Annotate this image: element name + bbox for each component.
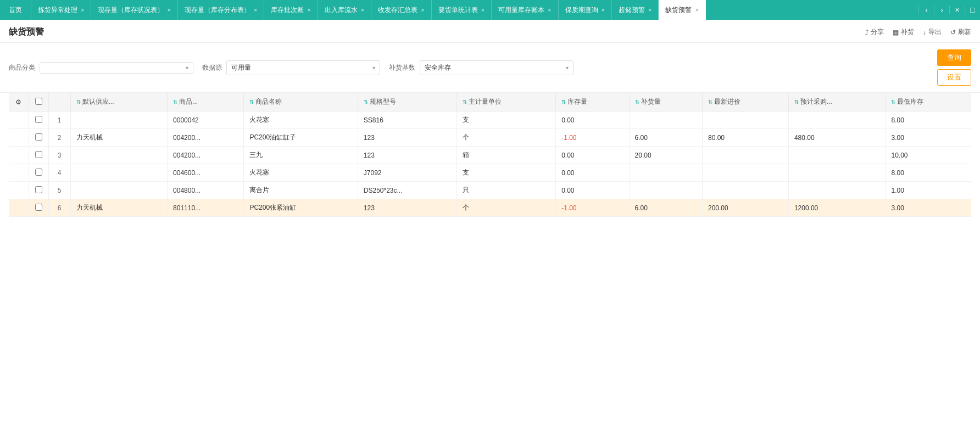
td-supplier: 力天机械 <box>70 129 168 147</box>
tab-label: 收发存汇总表 <box>378 5 417 15</box>
share-button[interactable]: ⤴ 分享 <box>865 27 884 37</box>
tab-inventory-dist[interactable]: 现存量（库存分布表）× <box>178 0 264 20</box>
th-product-name[interactable]: ⇅商品名称 <box>244 93 358 111</box>
tab-prev-btn[interactable]: ‹ <box>918 5 934 14</box>
td-replenish <box>629 164 702 182</box>
td-spec: 123 <box>358 129 456 147</box>
th-default-supplier[interactable]: ⇅默认供应... <box>70 93 168 111</box>
shortage-table: ⚙ ⇅默认供应... ⇅商品... ⇅商品名称 <box>9 93 971 217</box>
th-est-purchase[interactable]: ⇅预计采购... <box>788 93 886 111</box>
export-button[interactable]: ↓ 导出 <box>923 27 942 37</box>
td-checkbox <box>29 147 48 164</box>
tab-home[interactable]: 首页 <box>0 0 31 20</box>
tab-close-icon[interactable]: × <box>548 7 551 13</box>
tab-label: 超储预警 <box>619 5 645 15</box>
th-replenish[interactable]: ⇅补货量 <box>629 93 702 111</box>
th-latest-price[interactable]: ⇅最新进价 <box>702 93 788 111</box>
td-latest-price: 80.00 <box>702 129 788 147</box>
table-row: 2力天机械004200...PC200油缸缸子123个-1.006.0080.0… <box>9 129 971 147</box>
query-button[interactable]: 查询 <box>937 49 971 66</box>
tab-close-icon[interactable]: × <box>361 7 364 13</box>
tab-shortage[interactable]: 缺货预警× <box>659 0 705 20</box>
tab-close-icon[interactable]: × <box>648 7 652 13</box>
td-settings <box>9 164 29 182</box>
td-product-code: 004200... <box>168 147 244 164</box>
row-checkbox[interactable] <box>35 169 42 176</box>
td-product-code: 801110... <box>168 199 244 217</box>
td-supplier <box>70 147 168 164</box>
tab-close-icon[interactable]: × <box>421 7 424 13</box>
td-supplier <box>70 111 168 129</box>
td-supplier <box>70 164 168 182</box>
category-select[interactable]: ▾ <box>40 62 193 74</box>
td-est-purchase <box>788 111 886 129</box>
th-min-stock[interactable]: ⇅最低库存 <box>886 93 971 111</box>
tab-close-icon[interactable]: × <box>695 7 698 13</box>
th-product-code[interactable]: ⇅商品... <box>168 93 244 111</box>
tab-inout-flow[interactable]: 出入库流水× <box>318 0 371 20</box>
tab-expiry-query[interactable]: 保质期查询× <box>559 0 612 20</box>
datasource-filter-group: 数据源 可用量 ▾ <box>202 60 380 75</box>
tab-batch-account[interactable]: 库存批次账× <box>264 0 318 20</box>
td-product-name: 三九 <box>244 147 358 164</box>
td-num: 6 <box>48 199 70 217</box>
tab-available-ledger[interactable]: 可用量库存账本× <box>492 0 558 20</box>
td-supplier <box>70 182 168 199</box>
th-settings[interactable]: ⚙ <box>9 93 29 111</box>
replenish-basis-select[interactable]: 安全库存 ▾ <box>420 60 573 75</box>
th-unit[interactable]: ⇅主计量单位 <box>456 93 555 111</box>
datasource-label: 数据源 <box>202 63 222 72</box>
replenish-button[interactable]: ▦ 补货 <box>893 27 914 37</box>
td-min-stock: 1.00 <box>886 182 971 199</box>
td-checkbox <box>29 129 48 147</box>
row-checkbox[interactable] <box>35 186 42 193</box>
tab-close-icon[interactable]: × <box>307 7 310 13</box>
th-stock[interactable]: ⇅库存量 <box>556 93 629 111</box>
td-product-name: 离合片 <box>244 182 358 199</box>
td-est-purchase <box>788 164 886 182</box>
tab-close-icon[interactable]: × <box>481 7 485 13</box>
td-est-purchase: 480.00 <box>788 129 886 147</box>
table-container: ⚙ ⇅默认供应... ⇅商品... ⇅商品名称 <box>0 93 980 217</box>
tab-close-all-btn[interactable]: × <box>949 5 965 14</box>
tab-label: 缺货预警 <box>665 5 692 15</box>
tab-overstock[interactable]: 超储预警× <box>612 0 659 20</box>
td-spec: 123 <box>358 199 456 217</box>
tab-maximize-btn[interactable]: □ <box>965 5 980 14</box>
td-checkbox <box>29 111 48 129</box>
td-latest-price <box>702 164 788 182</box>
td-unit: 只 <box>456 182 555 199</box>
tab-exception[interactable]: 拣货异常处理× <box>31 0 91 20</box>
table-row: 5004800...离合片DS250*23c...只0.001.00 <box>9 182 971 199</box>
tab-inventory-status[interactable]: 现存量（库存状况表）× <box>91 0 177 20</box>
tab-close-icon[interactable]: × <box>167 7 170 13</box>
select-all-checkbox[interactable] <box>35 98 42 105</box>
tab-close-icon[interactable]: × <box>81 7 84 13</box>
sort-icon: ⇅ <box>173 99 177 105</box>
tab-demand-stats[interactable]: 要货单统计表× <box>432 0 492 20</box>
refresh-icon: ↺ <box>950 29 956 36</box>
td-min-stock: 3.00 <box>886 199 971 217</box>
td-est-purchase <box>788 182 886 199</box>
replenish-basis-label: 补货基数 <box>389 63 415 72</box>
tab-next-btn[interactable]: › <box>934 5 949 14</box>
td-min-stock: 3.00 <box>886 129 971 147</box>
refresh-button[interactable]: ↺ 刷新 <box>950 27 971 37</box>
td-stock: 0.00 <box>556 111 629 129</box>
td-checkbox <box>29 164 48 182</box>
tab-close-icon[interactable]: × <box>254 7 257 13</box>
row-checkbox[interactable] <box>35 204 42 211</box>
tab-close-icon[interactable]: × <box>602 7 605 13</box>
row-checkbox[interactable] <box>35 151 42 158</box>
row-checkbox[interactable] <box>35 133 42 141</box>
td-product-code: 004200... <box>168 129 244 147</box>
th-spec[interactable]: ⇅规格型号 <box>358 93 456 111</box>
tab-receipt-summary[interactable]: 收发存汇总表× <box>371 0 431 20</box>
td-stock: -1.00 <box>556 199 629 217</box>
td-latest-price: 200.00 <box>702 199 788 217</box>
td-num: 3 <box>48 147 70 164</box>
datasource-select[interactable]: 可用量 ▾ <box>226 60 380 75</box>
settings-button[interactable]: 设置 <box>937 69 971 86</box>
row-checkbox[interactable] <box>35 116 42 123</box>
td-product-name: 火花塞 <box>244 111 358 129</box>
